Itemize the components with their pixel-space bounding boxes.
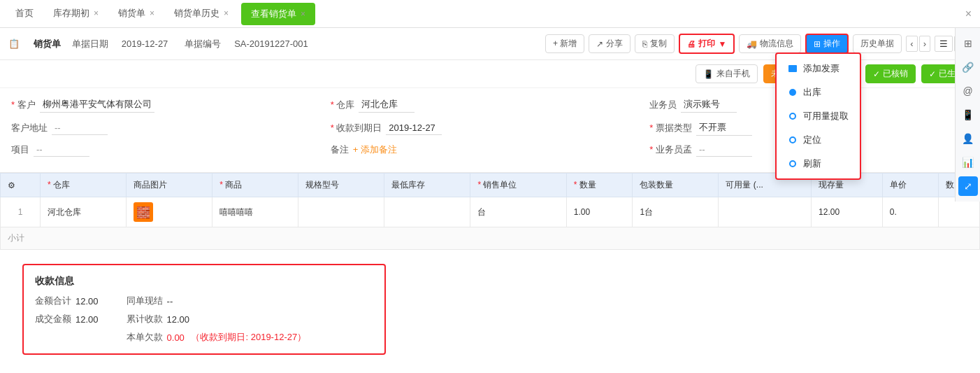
- total-label: 金额合计: [35, 295, 71, 307]
- refresh-icon: [788, 159, 798, 169]
- doc-meta-date: 单据日期 2019-12-27: [72, 38, 173, 50]
- from-phone-label: 来自手机: [716, 68, 750, 80]
- view-list-icon[interactable]: ☰: [935, 36, 953, 52]
- operation-button[interactable]: ⊞ 操作: [805, 34, 849, 54]
- tab-history-label: 销货单历史: [174, 7, 219, 20]
- row-product-img: 🧱: [127, 197, 212, 227]
- right-data-icon[interactable]: 📊: [958, 153, 978, 172]
- tab-check-label: 查看销货单: [251, 8, 296, 20]
- from-phone-button[interactable]: 📱 来自手机: [696, 64, 758, 83]
- tab-sales-label: 销货单: [118, 7, 145, 20]
- tab-home-label: 首页: [15, 7, 34, 20]
- same-order-item: 同单现结 --: [127, 295, 307, 307]
- customer-field: 客户 柳州粤港平安气体有限公司: [11, 97, 331, 113]
- tab-sales-close[interactable]: ×: [150, 8, 154, 18]
- right-at-icon[interactable]: @: [958, 81, 978, 101]
- project-value: --: [34, 143, 89, 157]
- subtotal-row: 小计: [1, 227, 980, 250]
- print-button[interactable]: 🖨 打印 ▼: [679, 34, 735, 54]
- copy-button[interactable]: ⎘ 复制: [635, 34, 675, 53]
- col-product: 商品: [212, 174, 298, 197]
- doc-type: 销货单: [34, 38, 61, 50]
- payment-date-label: 收款到期日: [331, 122, 382, 134]
- logistics-button[interactable]: 🚚 物流信息: [739, 34, 801, 53]
- tab-bar: 首页 库存期初 × 销货单 × 销货单历史 × 查看销货单 × ×: [0, 0, 980, 28]
- col-settings[interactable]: ⚙: [1, 174, 41, 197]
- share-button[interactable]: ↗ 分享: [589, 34, 630, 53]
- tab-inventory-init[interactable]: 库存期初 ×: [43, 0, 108, 28]
- history-button[interactable]: 历史单据: [853, 34, 902, 53]
- locate-icon: [788, 135, 798, 145]
- project-field: 项目 --: [11, 143, 331, 157]
- cancelled-button[interactable]: ✓ 已核销: [865, 64, 916, 83]
- dropdown-outbound[interactable]: 出库: [777, 80, 860, 104]
- payment-date-field: 收款到期日 2019-12-27: [331, 121, 650, 135]
- payment-col-left: 金额合计 12.00 成交金额 12.00: [35, 295, 99, 344]
- cancelled-label: 已核销: [883, 68, 908, 80]
- address-label: 客户地址: [11, 122, 48, 134]
- dropdown-refresh[interactable]: 刷新: [777, 152, 860, 176]
- ticket-type-label: 票据类型: [649, 122, 692, 134]
- salesperson-label: 业务员: [649, 99, 677, 111]
- payment-col-right: 同单现结 -- 累计收款 12.00 本单欠款 0.00 （收款到期日: 201…: [127, 295, 307, 344]
- product-table: ⚙ 仓库 商品图片 商品 规格型号 最低库存 销售单位 数量 包装数量 可用量 …: [0, 173, 980, 250]
- cumulative-item: 累计收款 12.00: [127, 313, 307, 325]
- number-label: 单据编号: [185, 38, 221, 49]
- col-warehouse: 仓库: [41, 174, 127, 197]
- col-unit-price: 单价: [882, 174, 938, 197]
- print-chevron: ▼: [718, 39, 726, 49]
- right-phone-icon[interactable]: 📱: [958, 105, 978, 125]
- dropdown-locate[interactable]: 定位: [777, 128, 860, 152]
- add-note-button[interactable]: + 添加备注: [353, 143, 397, 156]
- tab-sales-history[interactable]: 销货单历史 ×: [164, 0, 238, 28]
- doc-icon: 📋: [8, 38, 20, 49]
- new-button[interactable]: + 新增: [545, 34, 584, 53]
- total-item: 金额合计 12.00: [35, 295, 99, 307]
- refresh-label: 刷新: [803, 157, 821, 170]
- dropdown-add-invoice[interactable]: 添加发票: [777, 57, 860, 80]
- prev-arrow[interactable]: ‹: [906, 36, 917, 52]
- nav-arrows: ‹ ›: [906, 36, 930, 52]
- row-unit-price: 0.: [882, 197, 938, 227]
- row-pack-qty: 1台: [633, 197, 719, 227]
- payment-date-value: 2019-12-27: [386, 121, 442, 135]
- main-close-button[interactable]: ×: [965, 8, 972, 20]
- tab-home[interactable]: 首页: [6, 0, 43, 28]
- col-product-img: 商品图片: [127, 174, 212, 197]
- row-available: [719, 197, 812, 227]
- row-product: 嘻嘻嘻嘻: [212, 197, 298, 227]
- tab-history-close[interactable]: ×: [224, 8, 229, 18]
- effective-check-icon: ✓: [929, 69, 936, 79]
- toolbar-actions: + 新增 ↗ 分享 ⎘ 复制 🖨 打印 ▼ 🚚 物流信息: [545, 34, 972, 54]
- tab-sales-order[interactable]: 销货单 ×: [108, 0, 164, 28]
- operation-dropdown: 添加发票 出库 可用量提取 定位 刷新: [775, 52, 861, 180]
- share-icon: ↗: [596, 39, 603, 49]
- table-body: 1 河北仓库 🧱 嘻嘻嘻嘻 台 1.00 1台 12.00 0.: [1, 197, 980, 250]
- product-image: 🧱: [134, 202, 153, 222]
- row-spec: [298, 197, 384, 227]
- customer-value: 柳州粤港平安气体有限公司: [40, 97, 154, 113]
- product-table-wrap: ⚙ 仓库 商品图片 商品 规格型号 最低库存 销售单位 数量 包装数量 可用量 …: [0, 173, 980, 250]
- warehouse-value: 河北仓库: [359, 97, 415, 113]
- same-order-value: --: [167, 296, 173, 307]
- right-panel: ⊞ 🔗 @ 📱 👤 📊 ⤢: [955, 28, 980, 202]
- dropdown-available-qty[interactable]: 可用量提取: [777, 104, 860, 128]
- print-icon: 🖨: [687, 39, 696, 49]
- right-user-icon[interactable]: 👤: [958, 129, 978, 148]
- cumulative-value: 12.00: [167, 314, 190, 325]
- col-quantity: 数量: [566, 174, 633, 197]
- phone-icon: 📱: [703, 69, 714, 79]
- payment-section: 收款信息 金额合计 12.00 成交金额 12.00: [0, 250, 980, 369]
- right-table-icon[interactable]: ⊞: [958, 34, 978, 53]
- next-arrow[interactable]: ›: [919, 36, 930, 52]
- col-unit: 销售单位: [470, 174, 566, 197]
- tab-inventory-close[interactable]: ×: [94, 8, 99, 18]
- due-date-value: 2019-12-27: [251, 332, 298, 342]
- tab-check-close[interactable]: ×: [301, 9, 305, 19]
- address-value: --: [52, 121, 108, 135]
- address-field: 客户地址 --: [11, 121, 331, 135]
- right-link-icon[interactable]: 🔗: [958, 57, 978, 77]
- tab-check-sales[interactable]: 查看销货单 ×: [241, 3, 315, 25]
- right-expand-icon[interactable]: ⤢: [958, 176, 978, 196]
- row-stock: 12.00: [812, 197, 883, 227]
